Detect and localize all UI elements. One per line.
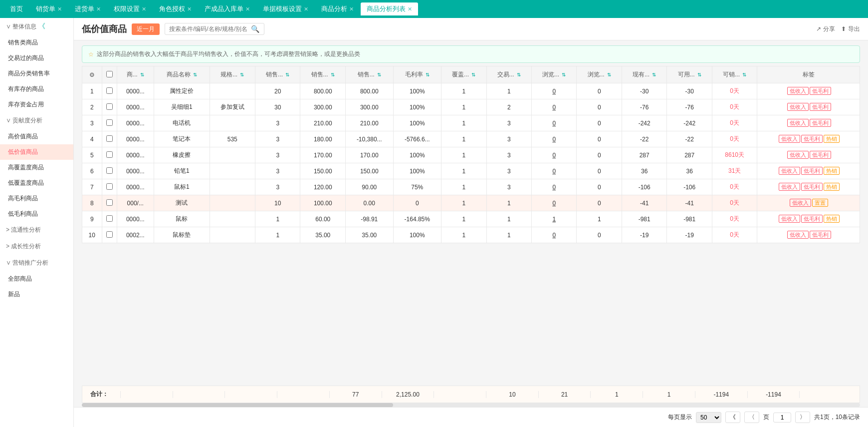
sidebar-item-in-stock[interactable]: 有库存的商品 [0,81,73,97]
pv1-link[interactable]: 0 [552,120,556,127]
cell-pv1[interactable]: 0 [532,147,577,163]
sidebar-section-marketing[interactable]: ∨ 营销推广分析 [0,255,73,271]
page-number-input[interactable] [773,413,791,423]
next-page-btn[interactable]: 〉 [795,412,810,423]
nav-item-analysis[interactable]: 商品分析 ✕ [315,2,360,15]
row-checkbox[interactable] [106,103,113,110]
col-settings[interactable]: ⚙ [82,66,102,83]
nav-close-purchase[interactable]: ✕ [96,6,101,12]
col-sellable-days[interactable]: 可销... ⇅ [712,66,757,83]
search-input[interactable] [169,25,249,32]
nav-item-sales[interactable]: 销货单 ✕ [30,2,68,15]
row-checkbox[interactable] [106,167,113,174]
col-name[interactable]: 商品名称 ⇅ [154,66,210,83]
col-available[interactable]: 可用... ⇅ [667,66,712,83]
nav-item-product-in[interactable]: 产成品入库单 ✕ [199,2,256,15]
sidebar-section-circulation[interactable]: > 流通性分析 [0,222,73,238]
nav-close-template[interactable]: ✕ [304,6,308,12]
cell-checkbox[interactable] [102,99,117,115]
nav-close-auth[interactable]: ✕ [142,6,146,12]
search-icon[interactable]: 🔍 [251,25,259,33]
col-transactions[interactable]: 交易... ⇅ [486,66,531,83]
horizontal-scrollbar[interactable] [82,403,860,407]
nav-item-purchase[interactable]: 进货单 ✕ [69,2,107,15]
nav-close-role[interactable]: ✕ [187,6,192,12]
cell-pv1[interactable]: 0 [532,195,577,211]
sidebar-item-sales-goods[interactable]: 销售类商品 [0,35,73,50]
pv1-link[interactable]: 0 [552,200,556,207]
sidebar-item-new[interactable]: 新品 [0,287,73,302]
row-checkbox[interactable] [106,231,113,238]
per-page-select[interactable]: 50 100 200 [696,412,721,423]
sidebar-item-stock-value[interactable]: 库存资金占用 [0,97,73,112]
sidebar-collapse-btn[interactable]: 《 [38,22,45,31]
col-pv2[interactable]: 浏览... ⇅ [577,66,622,83]
row-checkbox[interactable] [106,183,113,190]
nav-close-sales[interactable]: ✕ [57,6,62,12]
cell-checkbox[interactable] [102,163,117,179]
col-code[interactable]: 商... ⇅ [117,66,154,83]
nav-item-template[interactable]: 单据模板设置 ✕ [257,2,314,15]
nav-item-home[interactable]: 首页 [4,2,29,15]
cell-pv1[interactable]: 0 [532,99,577,115]
nav-close-product-in[interactable]: ✕ [245,6,250,12]
nav-close-analysis-list[interactable]: ✕ [408,6,412,12]
sidebar-item-low-coverage[interactable]: 低覆盖度商品 [0,175,73,191]
cell-checkbox[interactable] [102,179,117,195]
cell-checkbox[interactable] [102,195,117,211]
col-stock[interactable]: 现有... ⇅ [622,66,666,83]
sidebar-section-contribution[interactable]: ∨ 贡献度分析 [0,112,73,129]
sidebar-item-category-sales[interactable]: 商品分类销售率 [0,66,73,81]
col-margin[interactable]: 毛利率 ⇅ [393,66,441,83]
pv1-link[interactable]: 0 [552,168,556,175]
cell-pv1[interactable]: 0 [532,179,577,195]
cell-pv1[interactable]: 0 [532,83,577,99]
cell-checkbox[interactable] [102,211,117,227]
col-checkbox[interactable] [102,66,117,83]
col-coverage[interactable]: 覆盖... ⇅ [441,66,486,83]
nav-item-auth[interactable]: 权限设置 ✕ [108,2,152,15]
row-checkbox[interactable] [106,135,113,142]
sidebar-item-low-margin[interactable]: 低毛利商品 [0,206,73,222]
col-sales-profit[interactable]: 销售... ⇅ [345,66,393,83]
pv1-link[interactable]: 0 [552,88,556,95]
col-spec[interactable]: 规格... ⇅ [210,66,255,83]
first-page-btn[interactable]: 《 [725,412,740,423]
col-pv1[interactable]: 浏览... ⇅ [532,66,577,83]
row-checkbox[interactable] [106,199,113,206]
pv1-link[interactable]: 0 [552,232,556,239]
pv1-link[interactable]: 1 [552,216,556,223]
row-checkbox[interactable] [106,87,113,94]
pv1-link[interactable]: 0 [552,104,556,111]
cell-pv1[interactable]: 1 [532,211,577,227]
filter-button[interactable]: 近一月 [132,23,160,35]
cell-pv1[interactable]: 0 [532,163,577,179]
cell-pv1[interactable]: 0 [532,131,577,147]
sidebar-item-high-value[interactable]: 高价值商品 [0,129,73,144]
sidebar-section-growth[interactable]: > 成长性分析 [0,238,73,255]
share-button[interactable]: ↗ 分享 [816,25,835,33]
cell-pv1[interactable]: 0 [532,115,577,131]
sidebar-item-traded[interactable]: 交易过的商品 [0,50,73,66]
sidebar-item-all-goods[interactable]: 全部商品 [0,271,73,287]
pv1-link[interactable]: 0 [552,184,556,191]
nav-item-analysis-list[interactable]: 商品分析列表 ✕ [361,2,418,15]
row-checkbox[interactable] [106,151,113,158]
table-wrapper[interactable]: ⚙ 商... ⇅ 商品名称 ⇅ 规格... ⇅ 销售... ⇅ 销售... ⇅ … [82,66,860,386]
cell-checkbox[interactable] [102,83,117,99]
select-all-checkbox[interactable] [106,71,113,77]
pv1-link[interactable]: 0 [552,136,556,143]
cell-checkbox[interactable] [102,227,117,243]
cell-checkbox[interactable] [102,147,117,163]
sidebar-item-low-value[interactable]: 低价值商品 [0,144,73,160]
col-sales-qty[interactable]: 销售... ⇅ [255,66,300,83]
export-button[interactable]: ⬆ 导出 [841,25,860,33]
sidebar-item-high-coverage[interactable]: 高覆盖度商品 [0,160,73,175]
cell-pv1[interactable]: 0 [532,227,577,243]
row-checkbox[interactable] [106,215,113,222]
sidebar-item-high-margin[interactable]: 高毛利商品 [0,191,73,206]
row-checkbox[interactable] [106,119,113,126]
cell-checkbox[interactable] [102,131,117,147]
cell-checkbox[interactable] [102,115,117,131]
nav-item-role[interactable]: 角色授权 ✕ [153,2,198,15]
